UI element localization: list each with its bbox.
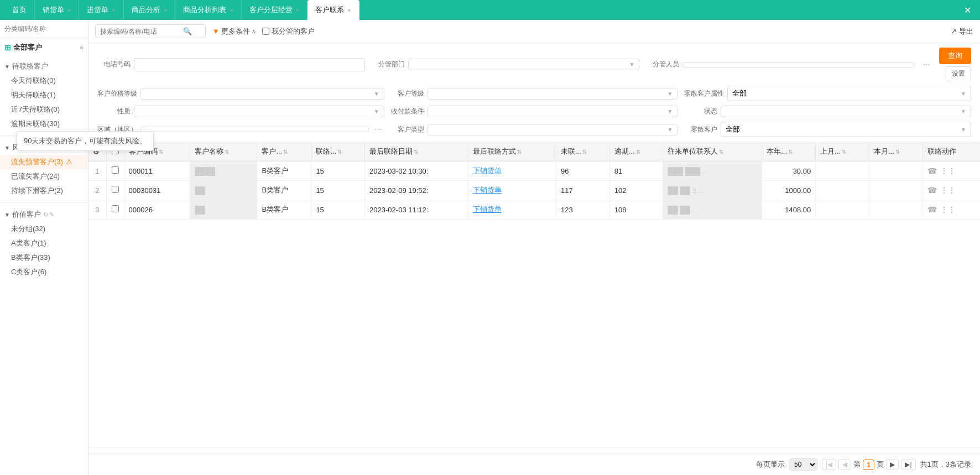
sidebar-root-header[interactable]: ⊞ 全部客户 «	[0, 38, 88, 57]
sidebar-item-churn-warning[interactable]: 流失预警客户(3) ⚠	[0, 155, 88, 169]
arrow-down-icon2: ▼	[4, 145, 10, 151]
col-overdue[interactable]: 逾期...⇅	[609, 142, 663, 161]
tab-product-analysis[interactable]: 商品分析 ×	[124, 0, 175, 20]
bottom-scrollbar[interactable]	[88, 447, 980, 453]
row-checkbox-3[interactable]	[112, 205, 119, 212]
first-page-btn[interactable]: |◀	[822, 459, 836, 470]
row-unit-contact-1: ███ ███...	[663, 161, 762, 181]
sidebar-item-class-c[interactable]: C类客户(6)	[0, 265, 88, 279]
export-button[interactable]: ↗ 导出	[951, 27, 973, 36]
pagination-bar: 每页显示 50 100 200 |◀ ◀ 第 1 页 ▶ ▶| 共1页，3条记录	[88, 453, 980, 475]
sidebar-item-overdue-contact[interactable]: 逾期未联络(30)	[0, 117, 88, 131]
tab-product-analysis-list[interactable]: 商品分析列表 ×	[175, 0, 241, 20]
region-more-btn[interactable]: ···	[372, 124, 384, 134]
row-check-3[interactable]	[106, 200, 124, 220]
sidebar-search-input[interactable]	[4, 25, 87, 33]
adv-row-3: 性质 ▼ 收付款条件 ▼ 状态	[97, 106, 971, 117]
customer-type-select[interactable]: ▼	[428, 124, 678, 135]
tab-sales-order-close[interactable]: ×	[67, 7, 71, 13]
row-last-way-2[interactable]: 下销货单	[468, 181, 556, 200]
sidebar-item-churned[interactable]: 已流失客户(24)	[0, 169, 88, 184]
tab-customer-tier[interactable]: 客户分层经营 ×	[242, 0, 307, 20]
settings-button[interactable]: 设置	[946, 66, 971, 81]
person-select[interactable]	[682, 62, 914, 67]
col-last-way[interactable]: 最后联络方式⇅	[468, 142, 556, 161]
next-page-btn[interactable]: ▶	[886, 459, 899, 470]
sidebar-item-tomorrow[interactable]: 明天待联络(1)	[0, 88, 88, 102]
row-contact-icon-2[interactable]: ☎	[927, 186, 937, 195]
col-this-year[interactable]: 本年...⇅	[762, 142, 816, 161]
per-page-select[interactable]: 50 100 200	[789, 458, 817, 471]
tab-purchase-order-close[interactable]: ×	[112, 7, 115, 13]
sidebar-group-pending-label: 待联络客户	[12, 61, 48, 71]
sidebar-group-value-title[interactable]: ▼ 价值客户 ↻ ✎	[0, 207, 88, 222]
adv-more-btn-1[interactable]: ···	[921, 60, 932, 70]
tab-customer-contact[interactable]: 客户联系 ×	[307, 0, 359, 20]
phone-input[interactable]	[134, 58, 365, 71]
search-button[interactable]: 🔍	[183, 27, 192, 35]
nature-field: 性质 ▼	[97, 106, 384, 117]
row-more-icon-1[interactable]: ⋮⋮	[940, 166, 956, 175]
row-more-icon-3[interactable]: ⋮⋮	[940, 205, 956, 214]
tab-purchase-order[interactable]: 进货单 ×	[79, 0, 123, 20]
person-field: 分管人员	[646, 60, 914, 69]
sidebar-group-pending-title[interactable]: ▼ 待联络客户	[0, 59, 88, 74]
row-contact-icon-1[interactable]: ☎	[927, 166, 937, 175]
tab-product-analysis-list-close[interactable]: ×	[230, 7, 233, 13]
row-check-1[interactable]	[106, 161, 124, 181]
level-select[interactable]: ▼	[428, 88, 678, 100]
row-more-icon-2[interactable]: ⋮⋮	[940, 186, 956, 195]
collapse-icon[interactable]: «	[80, 44, 84, 51]
row-last-way-1[interactable]: 下销货单	[468, 161, 556, 181]
col-last-month[interactable]: 上月...⇅	[816, 142, 869, 161]
sidebar-item-7days[interactable]: 近7天待联络(0)	[0, 102, 88, 117]
row-last-way-3[interactable]: 下销货单	[468, 200, 556, 220]
tab-customer-tier-close[interactable]: ×	[296, 7, 299, 13]
sidebar-item-ungroup[interactable]: 未分组(32)	[0, 222, 88, 236]
col-last-date[interactable]: 最后联络日期⇅	[365, 142, 468, 161]
prev-page-btn[interactable]: ◀	[838, 459, 851, 470]
edit-icon[interactable]: ✎	[49, 211, 54, 218]
col-contacts[interactable]: 联络...⇅	[311, 142, 365, 161]
status-select[interactable]: ▼	[721, 106, 971, 117]
sidebar-item-class-b[interactable]: B类客户(33)	[0, 250, 88, 265]
last-page-btn[interactable]: ▶|	[901, 459, 915, 470]
col-type[interactable]: 客户...⇅	[257, 142, 311, 161]
row-contact-icon-3[interactable]: ☎	[927, 205, 937, 214]
tab-customer-contact-close[interactable]: ×	[347, 7, 351, 13]
col-this-month[interactable]: 本月...⇅	[869, 142, 922, 161]
nature-select[interactable]: ▼	[134, 106, 384, 117]
tab-sales-order-label: 销货单	[43, 5, 64, 15]
window-close-button[interactable]: ✕	[960, 5, 976, 15]
zero-attr-select[interactable]: 全部 ▼	[727, 86, 971, 101]
sidebar-item-today[interactable]: 今天待联络(0)	[0, 74, 88, 88]
refresh-icon[interactable]: ↻	[43, 211, 48, 218]
region-select[interactable]	[140, 127, 369, 132]
more-conditions-btn[interactable]: ▼ 更多条件 ∧	[212, 27, 256, 36]
tab-home[interactable]: 首页	[4, 0, 35, 20]
my-customers-checkbox[interactable]	[262, 28, 269, 35]
row-uncontacted-3: 123	[556, 200, 609, 220]
payment-caret-icon: ▼	[667, 108, 673, 114]
tab-bar: 首页 销货单 × 进货单 × 商品分析 × 商品分析列表 × 客户分层经营 × …	[0, 0, 980, 20]
row-checkbox-1[interactable]	[112, 166, 119, 174]
arrow-down-icon: ▼	[4, 64, 10, 70]
sidebar-item-class-a[interactable]: A类客户(1)	[0, 236, 88, 250]
sidebar-item-declining[interactable]: 持续下滑客户(2)	[0, 184, 88, 198]
search-input[interactable]	[100, 28, 183, 35]
col-uncontacted[interactable]: 未联...⇅	[556, 142, 609, 161]
row-code-1: 000011	[124, 161, 190, 181]
payment-select[interactable]: ▼	[428, 106, 678, 117]
col-unit-contact[interactable]: 往来单位联系人⇅	[663, 142, 762, 161]
price-level-select[interactable]: ▼	[140, 88, 384, 100]
row-check-2[interactable]	[106, 181, 124, 200]
dept-select[interactable]: ▼	[408, 59, 639, 70]
zero-customer-select[interactable]: 全部 ▼	[721, 122, 971, 137]
tab-sales-order[interactable]: 销货单 ×	[35, 0, 79, 20]
divider2	[0, 202, 88, 203]
col-name[interactable]: 客户名称⇅	[190, 142, 257, 161]
tab-product-analysis-close[interactable]: ×	[164, 7, 167, 13]
query-button[interactable]: 查询	[939, 48, 971, 64]
row-checkbox-2[interactable]	[112, 186, 119, 193]
arrow-down-icon3: ▼	[4, 212, 10, 218]
